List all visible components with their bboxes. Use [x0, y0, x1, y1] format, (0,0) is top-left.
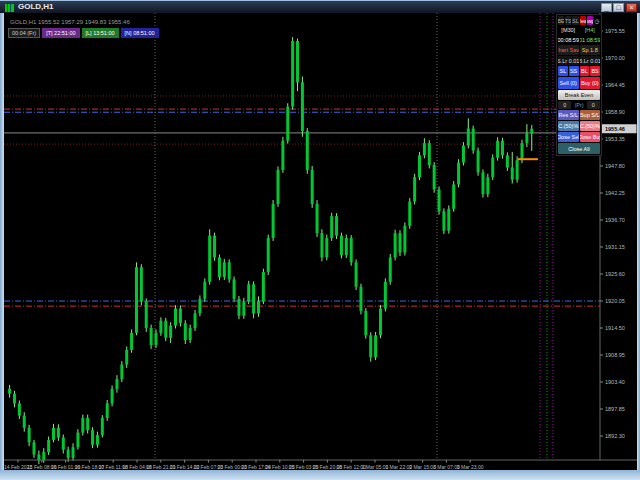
candle-body	[37, 454, 40, 460]
profit-row: 0(Pr)0	[558, 101, 600, 109]
candle-body	[257, 301, 260, 313]
candle-body	[442, 211, 445, 230]
session-timer-chip-0: 00:04 (Fr)	[8, 28, 40, 38]
countdown-h4: 01:08:59	[580, 35, 601, 44]
session-timer-row: 00:04 (Fr)[T] 22:51:00[L] 13:51:00[N] 08…	[8, 28, 159, 38]
candle-body	[355, 262, 358, 286]
price-axis-label: 1936.70	[605, 217, 625, 223]
candle-body	[159, 321, 162, 333]
candle-body	[233, 279, 236, 298]
candle-body	[364, 311, 367, 335]
sell-button[interactable]: Sell (0)	[558, 77, 579, 89]
price-axis-label: 1897.85	[605, 406, 625, 412]
window-border-bottom[interactable]	[0, 470, 640, 480]
candle-body	[194, 313, 197, 328]
minimize-button[interactable]: _	[601, 3, 612, 12]
buy-limit-button[interactable]: BL	[580, 66, 590, 76]
candle-body	[462, 146, 465, 163]
buy-button[interactable]: Buy (0)	[580, 77, 601, 89]
candle-body	[399, 233, 402, 252]
maximize-button[interactable]: □	[613, 3, 624, 12]
account-type-badge: Real	[580, 16, 586, 25]
break-even-button[interactable]: Break Even	[558, 90, 600, 100]
candle-body	[281, 141, 284, 170]
candle-body	[428, 143, 431, 165]
close-buy-button[interactable]: Close Buy	[580, 132, 601, 142]
tf-h4[interactable]: [H4]	[580, 26, 601, 34]
candle-body	[272, 204, 275, 238]
close-side-row: Close SellClose Buy	[558, 132, 600, 142]
candle-body	[62, 437, 65, 449]
candle-body	[179, 309, 182, 324]
candlestick-chart[interactable]: 1975.551970.001964.451958.901953.351947.…	[4, 13, 637, 470]
sell-stop-button[interactable]: SS	[569, 66, 579, 76]
candle-body	[237, 299, 240, 316]
candle-body	[374, 335, 377, 357]
candle-body	[86, 418, 89, 430]
candle-body	[316, 204, 319, 233]
res-sl-button[interactable]: Res S/L	[558, 110, 579, 120]
price-axis-label: 1908.95	[605, 352, 625, 358]
title-bar: GOLD,H1 _ □ ×	[0, 0, 640, 13]
candle-body	[135, 267, 138, 333]
sell-limit-button[interactable]: SL	[558, 66, 568, 76]
candle-body	[76, 433, 79, 448]
ohlc-info-line: GOLD,H1 1955.52 1957.29 1949.83 1955.46	[10, 19, 130, 25]
close-button[interactable]: ×	[626, 3, 637, 12]
session-timer-chip-1: [T] 22:51:00	[42, 28, 79, 38]
candle-body	[125, 350, 128, 365]
trade-panel: BETSSLRealswp◷[M30][H4]00:08:5901:08:59C…	[556, 14, 602, 156]
pending-row: SLSSBLBS	[558, 66, 600, 76]
candle-body	[506, 155, 509, 167]
candle-body	[418, 155, 421, 177]
candle-body	[13, 394, 16, 404]
candle-body	[223, 262, 226, 277]
current-price-label: 1955.46	[605, 126, 625, 132]
buy-profit-value: 0	[587, 101, 600, 109]
candle-body	[213, 236, 216, 258]
swap-badge[interactable]: swp	[587, 16, 593, 25]
candle-body	[111, 389, 114, 404]
countdown-m30: 00:08:59	[558, 35, 579, 44]
candle-body	[359, 287, 362, 311]
sup-sl-button[interactable]: Sup S/L	[580, 110, 601, 120]
buy-stop-button[interactable]: BS	[590, 66, 600, 76]
buy-lot-input[interactable]: B.Lr 0.01	[580, 56, 601, 65]
candle-body	[184, 323, 187, 340]
candle-body	[115, 379, 118, 389]
price-axis-label: 1920.05	[605, 298, 625, 304]
lot-row: S.Lr 0.01B.Lr 0.01	[558, 56, 600, 65]
close-sell-button[interactable]: Close Sell	[558, 132, 579, 142]
candle-body	[521, 143, 524, 160]
price-axis-label: 1947.80	[605, 163, 625, 169]
candle-body	[335, 216, 338, 235]
candle-body	[325, 238, 328, 257]
price-axis-label: 1892.30	[605, 433, 625, 439]
candle-body	[291, 41, 294, 107]
candle-body	[408, 202, 411, 226]
clock-icon[interactable]: ◷	[594, 16, 600, 25]
candle-body	[403, 226, 406, 253]
window-border-left	[0, 13, 4, 470]
price-axis-label: 1970.00	[605, 55, 625, 61]
candle-body	[174, 309, 177, 326]
candle-body	[525, 133, 528, 143]
candle-body	[530, 129, 533, 134]
close-all-button[interactable]: Close All	[558, 143, 600, 154]
candle-body	[189, 328, 192, 340]
mt4-chart-window: 1975.551970.001964.451958.901953.351947.…	[0, 0, 640, 480]
trailing-flag[interactable]: TS	[565, 16, 571, 25]
chart-area[interactable]: 1975.551970.001964.451958.901953.351947.…	[4, 13, 637, 470]
candle-body	[384, 282, 387, 309]
stoploss-flag[interactable]: SL	[572, 16, 578, 25]
window-title: GOLD,H1	[18, 2, 54, 11]
tf-m30[interactable]: [M30]	[558, 26, 579, 34]
close-half-buy-button[interactable]: C.(50)%	[580, 121, 601, 131]
chart-save-button[interactable]: Chart Save	[558, 45, 579, 55]
profit-label: (Pr)	[572, 101, 585, 109]
breakeven-flag[interactable]: BE	[558, 16, 564, 25]
close-half-sell-button[interactable]: C.(50)%	[558, 121, 579, 131]
candle-countdown-row: 00:08:5901:08:59	[558, 35, 600, 44]
sell-lot-input[interactable]: S.Lr 0.01	[558, 56, 579, 65]
candle-body	[169, 326, 172, 338]
